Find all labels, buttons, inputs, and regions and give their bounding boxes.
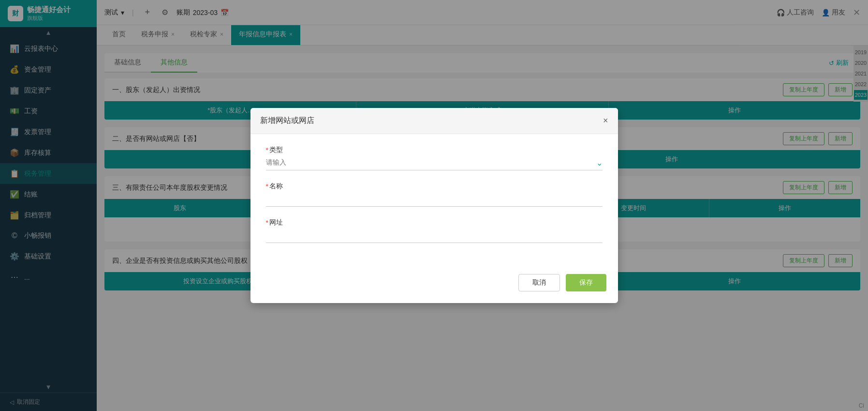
save-button[interactable]: 保存 [566,274,606,291]
form-field-url: *网址 [266,218,603,243]
form-label-url: *网址 [266,218,603,227]
modal-header: 新增网站或网店 × [250,108,618,134]
modal-close-button[interactable]: × [603,116,608,126]
required-star-name: * [266,183,268,190]
modal-footer: 取消 保存 [250,266,618,303]
select-wrapper-type: ⌄ [266,154,603,170]
text-input-url[interactable] [266,227,603,243]
form-label-type: *类型 [266,146,603,154]
select-input-type[interactable] [266,154,603,170]
modal-dialog: 新增网站或网店 × *类型 ⌄ *名称 *网址 取消 保存 [250,108,618,303]
form-field-type: *类型 ⌄ [266,146,603,170]
required-star-url: * [266,219,268,227]
modal-body: *类型 ⌄ *名称 *网址 [250,134,618,266]
modal-title: 新增网站或网店 [260,116,314,126]
form-field-name: *名称 [266,182,603,207]
cancel-button[interactable]: 取消 [518,274,560,291]
required-star-type: * [266,146,268,154]
modal-overlay[interactable]: 新增网站或网店 × *类型 ⌄ *名称 *网址 取消 保存 [0,0,868,411]
form-label-name: *名称 [266,182,603,191]
text-input-name[interactable] [266,191,603,207]
